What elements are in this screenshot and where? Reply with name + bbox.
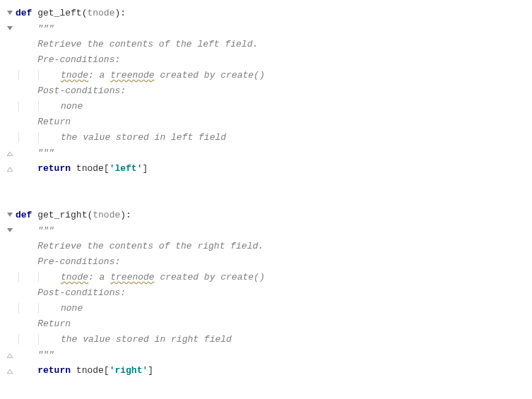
code-line[interactable]: none: [6, 99, 532, 114]
docstring-text: Post-conditions:: [37, 85, 126, 96]
fold-gutter[interactable]: [6, 347, 14, 363]
gutter-blank: [6, 37, 14, 52]
docstring-text: none: [61, 303, 83, 314]
docstring-text: treenode: [110, 272, 154, 282]
docstring-text: Pre-conditions:: [37, 54, 120, 65]
docstring-text: Retrieve the contents of the left field.: [37, 39, 258, 49]
gutter-blank: [6, 68, 14, 83]
gutter-blank: [6, 99, 14, 114]
function-name: get_left: [37, 8, 81, 18]
gutter-blank: [6, 332, 14, 347]
gutter-blank: [6, 301, 14, 316]
code-line[interactable]: Retrieve the contents of the right field…: [6, 239, 532, 254]
code-editor[interactable]: def get_left(tnode): """ Retrieve the co…: [6, 6, 532, 379]
paren-close: ):: [120, 210, 131, 220]
code-line[interactable]: Return: [6, 316, 532, 332]
blank-line[interactable]: [6, 192, 532, 208]
docstring-text: Return: [37, 117, 71, 127]
code-line[interactable]: return tnode['left']: [6, 161, 532, 177]
gutter-blank: [6, 285, 14, 301]
fold-end-icon: [7, 150, 13, 156]
gutter-blank: [6, 270, 14, 285]
code-line[interactable]: tnode: a treenode created by create(): [6, 68, 532, 83]
docstring-text: Pre-conditions:: [37, 256, 120, 267]
fold-gutter[interactable]: [6, 363, 14, 379]
keyword-def: def: [16, 210, 32, 220]
gutter-blank: [6, 83, 14, 99]
code-line[interactable]: def get_right(tnode):: [6, 208, 532, 223]
code-line[interactable]: Retrieve the contents of the left field.: [6, 37, 532, 52]
code-text: tnode[: [71, 365, 110, 376]
fold-expanded-icon: [7, 213, 13, 218]
docstring-text: Retrieve the contents of the right field…: [37, 241, 264, 251]
keyword-def: def: [16, 8, 32, 18]
code-line[interactable]: Pre-conditions:: [6, 52, 532, 68]
code-line[interactable]: the value stored in left field: [6, 130, 532, 145]
fold-end-icon: [7, 368, 13, 374]
fold-expanded-icon: [7, 228, 13, 234]
keyword-return: return: [37, 163, 71, 174]
fold-gutter[interactable]: [6, 21, 14, 37]
code-line[interactable]: Post-conditions:: [6, 83, 532, 99]
code-text: ]: [148, 365, 153, 376]
keyword-return: return: [37, 365, 71, 376]
fold-gutter[interactable]: [6, 223, 14, 239]
gutter-blank: [6, 130, 14, 145]
code-line[interactable]: Post-conditions:: [6, 285, 532, 301]
docstring-text: the value stored in left field: [61, 132, 226, 143]
function-name: get_right: [37, 210, 87, 220]
fold-end-icon: [7, 166, 13, 172]
docstring-text: Post-conditions:: [37, 287, 126, 298]
code-line[interactable]: none: [6, 301, 532, 316]
docstring-quote: """: [37, 23, 54, 34]
docstring-text: the value stored in right field: [61, 334, 232, 345]
docstring-text: : a: [88, 70, 110, 81]
gutter-blank: [6, 254, 14, 270]
code-line[interactable]: the value stored in right field: [6, 332, 532, 347]
docstring-text: tnode: [61, 272, 88, 282]
docstring-text: Return: [37, 318, 71, 329]
fold-gutter[interactable]: [6, 161, 14, 177]
blank-line[interactable]: [6, 177, 532, 192]
docstring-text: created by create(): [155, 70, 265, 81]
fold-end-icon: [7, 352, 13, 358]
fold-expanded-icon: [7, 26, 13, 32]
param-name: tnode: [87, 8, 114, 18]
code-line[interactable]: """: [6, 347, 532, 363]
code-line[interactable]: Return: [6, 114, 532, 130]
fold-gutter[interactable]: [6, 6, 14, 21]
code-line[interactable]: return tnode['right']: [6, 363, 532, 379]
fold-gutter[interactable]: [6, 145, 14, 161]
code-line[interactable]: def get_left(tnode):: [6, 6, 532, 21]
gutter-blank: [6, 52, 14, 68]
docstring-text: created by create(): [155, 272, 265, 282]
code-line[interactable]: """: [6, 145, 532, 161]
docstring-quote: """: [37, 148, 54, 158]
gutter-blank: [6, 316, 14, 332]
string-literal: 'left': [110, 163, 143, 174]
docstring-quote: """: [37, 225, 54, 236]
docstring-text: treenode: [110, 70, 154, 81]
docstring-text: none: [61, 101, 83, 112]
docstring-text: tnode: [61, 70, 88, 81]
string-literal: 'right': [110, 365, 148, 376]
paren-close: ):: [114, 8, 126, 18]
docstring-text: : a: [88, 272, 110, 282]
code-line[interactable]: """: [6, 21, 532, 37]
fold-gutter[interactable]: [6, 208, 14, 223]
code-text: ]: [142, 163, 148, 174]
gutter-blank: [6, 239, 14, 254]
docstring-quote: """: [37, 350, 54, 360]
fold-expanded-icon: [7, 11, 13, 16]
param-name: tnode: [93, 210, 120, 220]
code-line[interactable]: """: [6, 223, 532, 239]
gutter-blank: [6, 114, 14, 130]
code-line[interactable]: Pre-conditions:: [6, 254, 532, 270]
code-line[interactable]: tnode: a treenode created by create(): [6, 270, 532, 285]
code-text: tnode[: [71, 163, 110, 174]
